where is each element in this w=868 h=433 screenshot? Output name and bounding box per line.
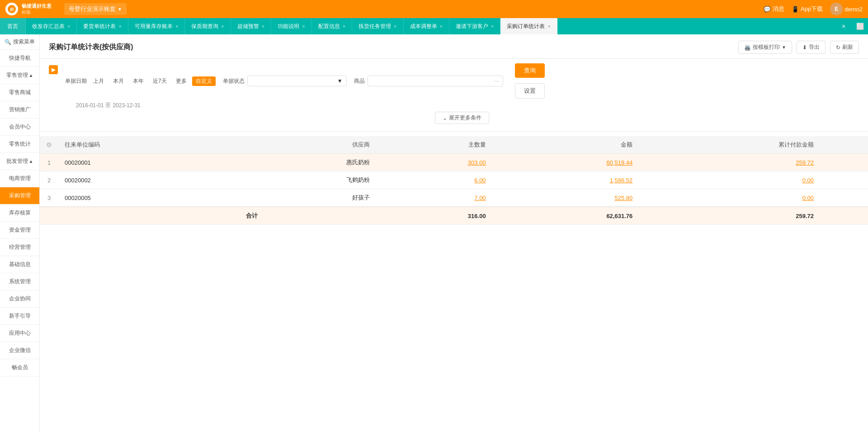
refresh-icon: ↻ [836,44,840,51]
shortcut-more[interactable]: 更多 [172,76,190,86]
row3-paid-link[interactable]: 0.00 [802,195,814,201]
goods-more-icon: ··· [495,78,499,84]
tab-gongneng-label: 功能说明 [278,23,299,30]
sidebar-item-ecommerce[interactable]: 电商管理 [0,170,39,187]
sidebar-item-retail-mall[interactable]: 零售商城 [0,84,39,101]
th-code: 往来单位编码 [58,136,240,154]
status-label: 单据状态 [223,77,245,85]
tab-yaohuo-close[interactable]: × [118,24,121,29]
tab-chengben[interactable]: 成本调整单 × [404,18,449,34]
tab-chengben-close[interactable]: × [440,24,443,29]
row2-amount-link[interactable]: 1,586.52 [610,177,633,184]
tab-jianhuo[interactable]: 拣货任务管理 × [352,18,403,34]
workspace-selector[interactable]: 母婴行业演示账套 ▼ [64,3,127,15]
tab-invite-close[interactable]: × [491,24,494,29]
sidebar-item-retail-mgmt[interactable]: 零售管理 ▲ [0,67,39,84]
tab-gongneng[interactable]: 功能说明 × [271,18,311,34]
search-menu-btn[interactable]: 🔍 搜索菜单 [0,34,39,50]
tab-gongneng-close[interactable]: × [302,24,305,29]
row3-qty-link[interactable]: 7.00 [474,195,486,201]
retail-stats-label: 零售统计 [9,141,31,147]
tab-jianhuo-close[interactable]: × [394,24,396,29]
sidebar-item-inventory[interactable]: 库存核算 [0,205,39,222]
tab-caigou-close[interactable]: × [547,24,550,29]
expand-more-btn[interactable]: ⌄ 展开更多条件 [435,112,489,124]
date-shortcuts: 上月 本月 本年 近7天 更多 自定义 [90,76,216,86]
tab-baozhi[interactable]: 保质期查询 × [185,18,231,34]
row1-qty-link[interactable]: 303.00 [468,159,486,166]
date-filter: 单据日期 上月 本月 本年 近7天 更多 自定义 [65,76,216,86]
sidebar-item-wechat[interactable]: 企业微信 [0,342,39,359]
settings-btn[interactable]: 设置 [515,83,545,99]
tab-chaochu-label: 超储预警 [237,23,259,30]
column-settings-icon[interactable]: ⚙ [46,141,52,148]
home-label: 首页 [7,23,18,30]
member-label: 会员中心 [9,124,31,130]
message-btn[interactable]: 💬 消息 [764,5,784,13]
sidebar-item-wholesale[interactable]: 批发管理 ▲ [0,153,39,170]
print-template-btn[interactable]: 🖨️ 按模板打印 ▼ [738,41,792,54]
tab-caigou-active[interactable]: 采购订单统计表 × [500,18,557,34]
row3-paid: 0.00 [639,189,820,207]
table-row: 1 00020001 惠氏奶粉 303.00 60,519.44 [40,154,868,171]
sidebar-item-operations[interactable]: 经营管理 [0,239,39,256]
sidebar-item-newguide[interactable]: 新手引导 [0,308,39,325]
shortcut-this-month[interactable]: 本月 [109,76,127,86]
goods-input[interactable]: ··· [368,76,503,86]
filter-bar: ▶ 单据日期 上月 本月 本年 近7天 更多 [40,59,868,132]
custom-date-tag[interactable]: 自定义 [192,76,216,86]
shortcut-last-month[interactable]: 上月 [90,76,108,86]
tab-chaochu[interactable]: 超储预警 × [231,18,271,34]
search-icon: 🔍 [5,39,11,45]
expand-more-label: 展开更多条件 [449,114,481,122]
nav-expand-btn[interactable]: ⬜ [852,18,868,34]
user-avatar[interactable]: E demo2 [830,3,863,15]
nav-close-btn[interactable]: × [835,18,852,34]
page-header-actions: 🖨️ 按模板打印 ▼ ⬇ 导出 ↻ 刷新 [738,41,859,54]
sidebar-item-retail-stats[interactable]: 零售统计 [0,136,39,153]
operations-label: 经营管理 [9,244,31,250]
export-btn[interactable]: ⬇ 导出 [797,41,826,54]
query-btn[interactable]: 查询 [515,63,545,78]
tab-shoufacun[interactable]: 收发存汇总表 × [26,18,77,34]
sidebar-item-vip[interactable]: 畅会员 [0,359,39,376]
shortcut-this-year[interactable]: 本年 [129,76,147,86]
tab-invite[interactable]: 邀请下游客户 × [449,18,500,34]
status-select[interactable]: ▼ [247,76,347,86]
sidebar-item-member[interactable]: 会员中心 [0,119,39,136]
tab-keyongliang-close[interactable]: × [175,24,178,29]
expand-more-row: ⌄ 展开更多条件 [65,109,859,127]
sidebar-item-appcenter[interactable]: 应用中心 [0,325,39,342]
row1-paid-link[interactable]: 259.72 [796,159,814,166]
sidebar-item-purchase[interactable]: 采购管理 [0,187,39,205]
row1-amount-link[interactable]: 60,519.44 [606,159,632,166]
right-actions: 查询 设置 [510,63,545,99]
row3-amount-link[interactable]: 525.80 [614,195,632,201]
tab-shoufacun-close[interactable]: × [67,24,70,29]
sidebar-item-quicknav[interactable]: 快捷导航 [0,50,39,67]
tab-keyongliang[interactable]: 可用量库存账本 × [128,18,185,34]
sidebar-item-basic-info[interactable]: 基础信息 [0,256,39,273]
filter-collapse-btn[interactable]: ▶ [49,65,58,74]
tab-peizhi-close[interactable]: × [343,24,345,29]
tab-baozhi-close[interactable]: × [221,24,224,29]
appcenter-label: 应用中心 [9,330,31,336]
tab-home[interactable]: 首页 [0,18,26,34]
tab-yaohuo[interactable]: 要货单统计表 × [77,18,128,34]
wechat-label: 企业微信 [9,347,31,353]
sidebar-item-sys-mgmt[interactable]: 系统管理 [0,273,39,290]
row2-paid-link[interactable]: 0.00 [802,177,814,184]
tab-peizhi[interactable]: 配置信息 × [312,18,352,34]
tab-chaochu-close[interactable]: × [262,24,264,29]
row2-qty-link[interactable]: 6.00 [474,177,486,184]
row3-qty: 7.00 [376,189,492,207]
row1-num: 1 [40,154,58,171]
shortcut-7days[interactable]: 近7天 [149,76,170,86]
nav-right-buttons: × ⬜ [835,18,868,34]
row2-extra [820,171,868,189]
sidebar-item-enterprise[interactable]: 企业协同 [0,290,39,308]
refresh-btn[interactable]: ↻ 刷新 [830,41,859,54]
sidebar-item-finance[interactable]: 资金管理 [0,222,39,239]
sidebar-item-marketing[interactable]: 营销推广 [0,101,39,119]
app-download-btn[interactable]: 📱 App下载 [792,5,823,13]
